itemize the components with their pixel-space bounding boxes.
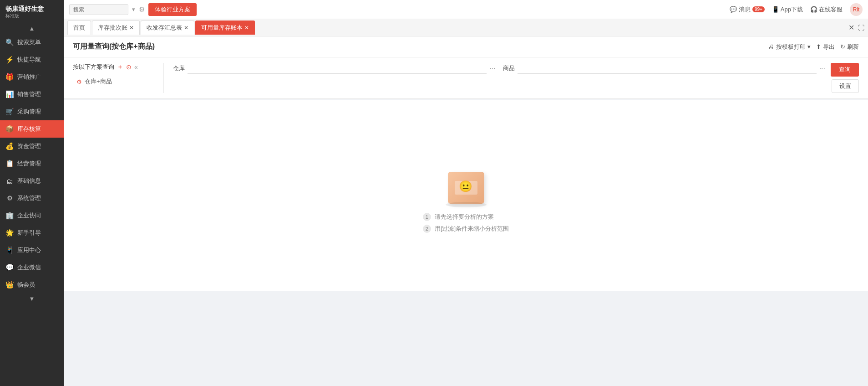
topbar: ▾ ⚙ 体验行业方案 💬 消息 99+ 📱 App下载 🎧 在线客服 Rit (64, 0, 868, 19)
topbar-right: 💬 消息 99+ 📱 App下载 🎧 在线客服 Rit (730, 3, 863, 16)
sidebar-item-marketing[interactable]: 🎁 营销推广 (0, 68, 64, 86)
sidebar-item-finance[interactable]: 💰 资金管理 (0, 138, 64, 155)
sidebar-item-app-center[interactable]: 📱 应用中心 (0, 242, 64, 259)
tabbar-actions: ✕ ⛶ (848, 23, 864, 32)
message-label: 消息 (739, 5, 751, 14)
tab-close-available-ledger[interactable]: ✕ (244, 25, 249, 31)
scheme-add-button[interactable]: ＋ (117, 63, 123, 71)
tip-num-2: 2 (423, 225, 431, 233)
export-icon: ⬆ (816, 43, 821, 50)
filter-product-group: 商品 ··· (503, 63, 826, 74)
service-label: 在线客服 (819, 5, 843, 14)
sidebar-scroll-down[interactable]: ▼ (0, 293, 64, 304)
app-dl-label: App下载 (781, 5, 803, 14)
empty-illustration: 😐 (443, 158, 489, 204)
sidebar-item-system[interactable]: ⚙ 系统管理 (0, 190, 64, 207)
scheme-header: 按以下方案查询 ＋ ⊙ « (73, 63, 158, 71)
basic-icon: 🗂 (5, 177, 14, 185)
message-icon: 💬 (730, 6, 737, 13)
scheme-collapse-button[interactable]: « (134, 63, 138, 71)
page-header: 可用量查询(按仓库+商品) 🖨 按模板打印 ▾ ⬆ 导出 ↻ 刷新 (64, 36, 868, 57)
sidebar-item-enterprise[interactable]: 🏢 企业协同 (0, 207, 64, 224)
sidebar-item-purchase[interactable]: 🛒 采购管理 (0, 103, 64, 120)
query-panel: 按以下方案查询 ＋ ⊙ « ⚙ 仓库+商品 仓库 ··· (64, 57, 868, 99)
scheme-item-warehouse-product[interactable]: ⚙ 仓库+商品 (73, 75, 158, 88)
user-avatar[interactable]: Rit (850, 3, 863, 16)
empty-tip-1: 1 请先选择要分析的方案 (423, 213, 509, 221)
enterprise-icon: 🏢 (5, 211, 14, 220)
empty-box-graphic: 😐 (448, 172, 484, 204)
refresh-button[interactable]: ↻ 刷新 (840, 43, 859, 51)
inventory-icon: 📦 (5, 125, 14, 133)
print-button[interactable]: 🖨 按模板打印 ▾ (768, 43, 811, 51)
page-title: 可用量查询(按仓库+商品) (73, 42, 155, 51)
message-area[interactable]: 💬 消息 99+ (730, 5, 765, 14)
purchase-icon: 🛒 (5, 108, 14, 116)
app-subtitle: 标准版 (5, 13, 58, 19)
sidebar-item-sales[interactable]: 📊 销售管理 (0, 86, 64, 103)
sidebar-item-wechat[interactable]: 💬 企业微信 (0, 259, 64, 276)
topbar-gear-icon[interactable]: ⚙ (139, 5, 145, 14)
scheme-label: 按以下方案查询 (73, 63, 114, 71)
app-title: 畅康通好生意 (5, 5, 58, 13)
filter-product-label: 商品 (503, 64, 515, 72)
filter-product-input[interactable] (518, 63, 817, 74)
system-icon: ⚙ (5, 194, 14, 202)
service-icon: 🎧 (810, 6, 817, 13)
trial-button[interactable]: 体验行业方案 (148, 3, 197, 16)
scheme-settings-button[interactable]: ⊙ (126, 63, 132, 71)
app-dl-icon: 📱 (772, 6, 779, 13)
main-content: ▾ ⚙ 体验行业方案 💬 消息 99+ 📱 App下载 🎧 在线客服 Rit 首… (64, 0, 868, 386)
action-buttons: 查询 设置 (825, 63, 859, 93)
topbar-dropdown-arrow[interactable]: ▾ (132, 6, 135, 13)
wechat-icon: 💬 (5, 263, 14, 272)
empty-face-graphic: 😐 (459, 180, 472, 193)
page-header-actions: 🖨 按模板打印 ▾ ⬆ 导出 ↻ 刷新 (768, 43, 859, 51)
tab-close-inventory-summary[interactable]: ✕ (184, 25, 188, 31)
sales-icon: 📊 (5, 90, 14, 98)
filter-warehouse-label: 仓库 (173, 64, 185, 72)
scheme-item-icon: ⚙ (76, 78, 82, 85)
tip-num-1: 1 (423, 213, 431, 221)
filter-warehouse-more[interactable]: ··· (489, 64, 495, 72)
finance-icon: 💰 (5, 142, 14, 150)
query-button[interactable]: 查询 (831, 63, 859, 77)
sidebar-logo: 畅康通好生意 标准版 (0, 0, 64, 23)
sidebar-item-basic[interactable]: 🗂 基础信息 (0, 172, 64, 190)
refresh-icon: ↻ (840, 43, 845, 50)
search-icon: 🔍 (5, 38, 14, 46)
newbie-icon: 🌟 (5, 229, 14, 237)
sidebar-item-search[interactable]: 🔍 搜索菜单 (0, 34, 64, 51)
empty-tips: 1 请先选择要分析的方案 2 用[过滤]条件来缩小分析范围 (423, 213, 509, 233)
online-service-area[interactable]: 🎧 在线客服 (810, 5, 843, 14)
settings-button[interactable]: 设置 (832, 79, 859, 93)
sidebar-item-shortcut[interactable]: ⚡ 快捷导航 (0, 51, 64, 68)
tab-inventory-summary[interactable]: 收发存汇总表 ✕ (141, 21, 194, 35)
export-button[interactable]: ⬆ 导出 (816, 43, 835, 51)
shortcut-icon: ⚡ (5, 56, 14, 64)
empty-shadow-graphic (446, 202, 487, 207)
sidebar-item-inventory[interactable]: 📦 库存核算 (0, 120, 64, 138)
tab-close-batch-ledger[interactable]: ✕ (129, 25, 134, 31)
marketing-icon: 🎁 (5, 73, 14, 81)
tab-batch-ledger[interactable]: 库存批次账 ✕ (92, 21, 140, 35)
tabbar: 首页 库存批次账 ✕ 收发存汇总表 ✕ 可用量库存账本 ✕ ✕ ⛶ (64, 19, 868, 36)
filter-product-more[interactable]: ··· (819, 64, 825, 72)
tab-home[interactable]: 首页 (67, 21, 91, 35)
tabbar-close-button[interactable]: ✕ (848, 23, 854, 32)
topbar-search-input[interactable] (69, 4, 128, 15)
tab-available-ledger[interactable]: 可用量库存账本 ✕ (195, 21, 255, 35)
operations-icon: 📋 (5, 160, 14, 168)
tabbar-expand-button[interactable]: ⛶ (858, 24, 864, 31)
print-icon: 🖨 (768, 43, 774, 50)
sidebar-item-operations[interactable]: 📋 经营管理 (0, 155, 64, 172)
member-icon: 👑 (5, 281, 14, 289)
sidebar-scroll-up[interactable]: ▲ (0, 23, 64, 34)
scheme-panel: 按以下方案查询 ＋ ⊙ « ⚙ 仓库+商品 (73, 63, 164, 93)
sidebar: 畅康通好生意 标准版 ▲ 🔍 搜索菜单 ⚡ 快捷导航 🎁 营销推广 📊 销售管理… (0, 0, 64, 386)
app-download-area[interactable]: 📱 App下载 (772, 5, 803, 14)
filter-warehouse-input[interactable] (188, 63, 487, 74)
sidebar-item-newbie[interactable]: 🌟 新手引导 (0, 224, 64, 242)
sidebar-item-member[interactable]: 👑 畅会员 (0, 276, 64, 293)
print-dropdown-icon: ▾ (807, 43, 811, 50)
